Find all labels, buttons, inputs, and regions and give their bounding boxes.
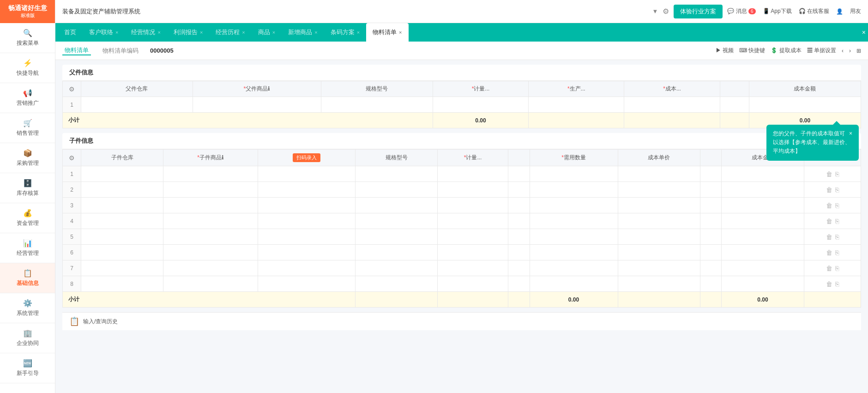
child-row-6-delete-icon[interactable]: 🗑 <box>826 249 832 256</box>
child-row-3-copy-icon[interactable]: ⎘ <box>835 202 839 209</box>
child-row-8-warehouse[interactable] <box>81 276 163 292</box>
child-row-1-qty[interactable] <box>530 166 618 182</box>
tab-new-goods[interactable]: 新增商品 × <box>282 23 324 42</box>
child-row-1-unit[interactable] <box>438 166 508 182</box>
tab-history[interactable]: 经营历程 × <box>209 23 251 42</box>
child-row-5-delete-icon[interactable]: 🗑 <box>826 233 832 241</box>
sidebar-item-inventory[interactable]: 🗄️ 库存核算 <box>0 173 55 203</box>
child-row-3-qty[interactable] <box>530 198 618 213</box>
user-avatar[interactable]: 👤 <box>836 8 843 15</box>
tab-operations[interactable]: 经营情况 × <box>125 23 167 42</box>
child-row-2-delete-icon[interactable]: 🗑 <box>826 186 832 193</box>
child-row-3-warehouse[interactable] <box>81 198 163 213</box>
child-gear-icon[interactable]: ⚙ <box>69 154 75 162</box>
child-row-5-qty[interactable] <box>530 229 618 245</box>
child-row-6-copy-icon[interactable]: ⎘ <box>835 249 839 256</box>
child-row-4-unit-cost[interactable] <box>618 213 700 229</box>
sidebar-item-search[interactable]: 🔍 搜索菜单 <box>0 23 55 53</box>
parent-row-1-goods[interactable] <box>193 97 321 113</box>
child-col-scan[interactable]: 扫码录入 <box>258 150 355 166</box>
parent-col-gear[interactable]: ⚙ <box>63 81 81 97</box>
sidebar-item-marketing[interactable]: 📢 营销推广 <box>0 83 55 113</box>
settings-gear-icon[interactable]: ⚙ <box>663 7 669 16</box>
dropdown-icon[interactable]: ▼ <box>652 8 658 15</box>
child-row-1-goods[interactable] <box>163 166 258 182</box>
tab-barcode-close[interactable]: × <box>357 30 360 35</box>
child-row-1-copy-icon[interactable]: ⎘ <box>835 170 839 178</box>
tab-history-close[interactable]: × <box>242 30 245 35</box>
child-row-4-unit[interactable] <box>438 213 508 229</box>
child-row-7-qty[interactable] <box>530 260 618 276</box>
child-row-1-spec[interactable] <box>356 166 438 182</box>
child-row-5-unit[interactable] <box>438 229 508 245</box>
child-row-8-goods[interactable] <box>163 276 258 292</box>
tab-profit-close[interactable]: × <box>200 30 203 35</box>
child-row-7-spec[interactable] <box>356 260 438 276</box>
sidebar-item-purchase[interactable]: 📦 采购管理 <box>0 143 55 173</box>
child-row-6-unit-cost[interactable] <box>618 245 700 260</box>
parent-row-1-warehouse[interactable] <box>81 97 193 113</box>
online-service-button[interactable]: 🎧 在线客服 <box>799 7 829 15</box>
child-row-4-qty[interactable] <box>530 213 618 229</box>
child-row-3-unit[interactable] <box>438 198 508 213</box>
child-row-6-qty[interactable] <box>530 245 618 260</box>
parent-row-1-unit[interactable] <box>433 97 528 113</box>
child-row-6-unit[interactable] <box>438 245 508 260</box>
child-row-5-unit-cost[interactable] <box>618 229 700 245</box>
child-row-8-copy-icon[interactable]: ⎘ <box>835 280 839 288</box>
child-col-gear[interactable]: ⚙ <box>63 150 81 166</box>
child-row-4-warehouse[interactable] <box>81 213 163 229</box>
grid-view-icon[interactable]: ⊞ <box>856 48 861 54</box>
parent-row-1-cost[interactable] <box>624 97 720 113</box>
child-row-5-copy-icon[interactable]: ⎘ <box>835 233 839 241</box>
next-nav-icon[interactable]: › <box>849 48 851 54</box>
child-row-8-unit[interactable] <box>438 276 508 292</box>
child-row-4-spec[interactable] <box>356 213 438 229</box>
child-row-3-goods[interactable] <box>163 198 258 213</box>
child-row-3-spec[interactable] <box>356 198 438 213</box>
child-row-3-delete-icon[interactable]: 🗑 <box>826 202 832 209</box>
child-row-6-goods[interactable] <box>163 245 258 260</box>
child-row-8-spec[interactable] <box>356 276 438 292</box>
child-row-8-qty[interactable] <box>530 276 618 292</box>
child-row-2-warehouse[interactable] <box>81 182 163 198</box>
sidebar-item-quick-nav[interactable]: ⚡ 快捷导航 <box>0 53 55 83</box>
child-row-4-copy-icon[interactable]: ⎘ <box>835 218 839 225</box>
child-row-2-spec[interactable] <box>356 182 438 198</box>
tab-bom-close[interactable]: × <box>399 30 402 35</box>
sidebar-item-guide[interactable]: 🆕 新手引导 <box>0 353 55 383</box>
child-row-7-copy-icon[interactable]: ⎘ <box>835 265 839 272</box>
child-row-2-unit[interactable] <box>438 182 508 198</box>
tab-new-goods-close[interactable]: × <box>314 30 317 35</box>
tab-profit[interactable]: 利润报告 × <box>167 23 209 42</box>
child-row-1-warehouse[interactable] <box>81 166 163 182</box>
tab-goods-close[interactable]: × <box>272 30 275 35</box>
sidebar-item-basic-info[interactable]: 📋 基础信息 <box>0 263 55 293</box>
child-row-8-unit-cost[interactable] <box>618 276 700 292</box>
child-row-2-goods[interactable] <box>163 182 258 198</box>
tab-bom[interactable]: 物料清单 × <box>366 23 408 42</box>
parent-gear-icon[interactable]: ⚙ <box>69 85 75 93</box>
tab-customer[interactable]: 客户联络 × <box>83 23 125 42</box>
sidebar-item-finance[interactable]: 💰 资金管理 <box>0 203 55 233</box>
child-row-4-delete-icon[interactable]: 🗑 <box>826 218 832 225</box>
child-row-2-copy-icon[interactable]: ⎘ <box>835 186 839 193</box>
tab-goods[interactable]: 商品 × <box>252 23 282 42</box>
child-row-7-goods[interactable] <box>163 260 258 276</box>
child-row-7-unit-cost[interactable] <box>618 260 700 276</box>
tooltip-close-button[interactable]: × <box>849 129 852 138</box>
child-row-7-warehouse[interactable] <box>81 260 163 276</box>
sidebar-item-system[interactable]: ⚙️ 系统管理 <box>0 293 55 323</box>
child-row-6-warehouse[interactable] <box>81 245 163 260</box>
sidebar-item-operations[interactable]: 📊 经营管理 <box>0 233 55 263</box>
video-action[interactable]: ▶ 视频 <box>716 47 734 54</box>
child-row-4-goods[interactable] <box>163 213 258 229</box>
tab-customer-close[interactable]: × <box>115 30 118 35</box>
tab-home[interactable]: 首页 <box>58 23 83 42</box>
parent-row-1-production[interactable] <box>529 97 624 113</box>
child-row-3-unit-cost[interactable] <box>618 198 700 213</box>
shortcut-action[interactable]: ⌨ 快捷键 <box>739 47 765 54</box>
child-row-8-delete-icon[interactable]: 🗑 <box>826 280 832 288</box>
child-row-5-warehouse[interactable] <box>81 229 163 245</box>
child-row-6-spec[interactable] <box>356 245 438 260</box>
